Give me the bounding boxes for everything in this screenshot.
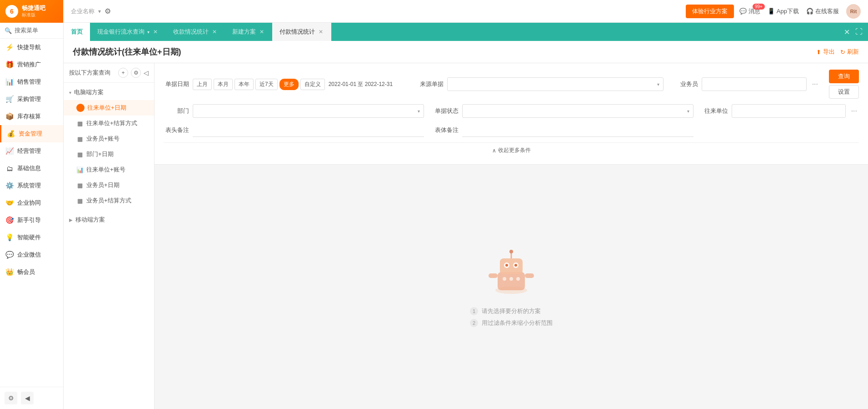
tab-payment-stats-close-icon[interactable]: ✕ bbox=[318, 28, 324, 36]
search-menu[interactable]: 🔍 搜索菜单 bbox=[0, 23, 63, 39]
app-download-label: App下载 bbox=[777, 7, 799, 15]
operations-icon: 📈 bbox=[5, 147, 14, 155]
tab-home[interactable]: 首页 bbox=[64, 23, 90, 41]
scheme-item-partner-settle[interactable]: ▦ 往来单位+结算方式 bbox=[64, 116, 154, 131]
sidebar-item-purchase[interactable]: 🛒 采购管理 bbox=[0, 91, 63, 108]
scheme-item-staff-account[interactable]: ▦ 业务员+账号 bbox=[64, 131, 154, 146]
desktop-group-label: 电脑端方案 bbox=[74, 88, 104, 96]
online-service-label: 在线客服 bbox=[815, 7, 839, 15]
query-button[interactable]: 查询 bbox=[829, 70, 859, 83]
tab-new-scheme-close-icon[interactable]: ✕ bbox=[259, 28, 265, 36]
staff-select[interactable] bbox=[702, 77, 807, 91]
try-industry-button[interactable]: 体验行业方案 bbox=[686, 5, 734, 18]
collapse-more-button[interactable]: ∧ 收起更多条件 bbox=[167, 146, 855, 154]
date-options: 上月 本月 本年 近7天 更多 自定义 2022-01-01 至 2022-12… bbox=[193, 79, 393, 90]
scheme-item-partner-date[interactable]: 往来单位+日期 bbox=[64, 100, 154, 116]
date-btn-more[interactable]: 更多 bbox=[279, 79, 299, 90]
partner-more-icon[interactable]: ··· bbox=[849, 107, 859, 115]
sidebar-item-corp-coop[interactable]: 🤝 企业协同 bbox=[0, 194, 63, 212]
scheme-table-icon: ▦ bbox=[76, 120, 84, 127]
sidebar-item-sales[interactable]: 📊 销售管理 bbox=[0, 73, 63, 91]
settings-scheme-button[interactable]: ⚙ bbox=[131, 68, 141, 78]
online-service-action[interactable]: 🎧 在线客服 bbox=[806, 7, 839, 15]
collapse-panel-button[interactable]: ◁ bbox=[144, 69, 149, 76]
message-action[interactable]: 💬 消息 99+ bbox=[739, 7, 760, 15]
tab-bank-flow-close-icon[interactable]: ✕ bbox=[152, 28, 159, 36]
svg-point-11 bbox=[503, 277, 506, 281]
sidebar-item-marketing[interactable]: 🎁 营销推广 bbox=[0, 56, 63, 73]
page-header-actions: ⬆ 导出 ↻ 刷新 bbox=[816, 48, 859, 56]
scheme-item-label: 往来单位+账号 bbox=[86, 166, 125, 174]
export-button[interactable]: ⬆ 导出 bbox=[816, 48, 835, 56]
date-btn-custom[interactable]: 自定义 bbox=[300, 79, 325, 90]
add-scheme-button[interactable]: + bbox=[118, 68, 128, 78]
message-icon: 💬 bbox=[739, 8, 747, 15]
sidebar-item-finance[interactable]: 💰 资金管理 bbox=[0, 125, 63, 142]
scheme-item-staff-date[interactable]: ▦ 业务员+日期 bbox=[64, 177, 154, 193]
tabbar-maximize-icon[interactable]: ⛶ bbox=[853, 26, 864, 38]
marketing-icon: 🎁 bbox=[5, 61, 14, 69]
tabbar-close-all-icon[interactable]: ✕ bbox=[842, 26, 852, 38]
user-avatar[interactable]: Rit bbox=[846, 4, 861, 19]
sidebar-item-quick-nav[interactable]: ⚡ 快捷导航 bbox=[0, 39, 63, 56]
voucher-status-select[interactable]: ▾ bbox=[462, 104, 693, 118]
topbar-gear-icon[interactable]: ⚙ bbox=[105, 7, 111, 15]
mobile-group-header[interactable]: ▶ 移动端方案 bbox=[64, 212, 154, 227]
date-label: 单据日期 bbox=[164, 80, 189, 88]
svg-rect-2 bbox=[500, 258, 523, 274]
app-download-action[interactable]: 📱 App下载 bbox=[768, 7, 799, 15]
sidebar-item-system[interactable]: ⚙️ 系统管理 bbox=[0, 177, 63, 194]
collapse-more-area: ∧ 收起更多条件 bbox=[164, 142, 859, 158]
dept-label: 部门 bbox=[164, 107, 189, 115]
staff-more-icon[interactable]: ··· bbox=[810, 80, 820, 88]
date-btn-this-year[interactable]: 本年 bbox=[234, 79, 254, 90]
date-btn-this-month[interactable]: 本月 bbox=[214, 79, 233, 90]
user-name: Rit bbox=[850, 9, 857, 14]
source-select[interactable]: ▾ bbox=[447, 77, 663, 91]
scheme-item-partner-account[interactable]: 📊 往来单位+账号 bbox=[64, 162, 154, 177]
sidebar-item-inventory[interactable]: 📦 库存核算 bbox=[0, 108, 63, 125]
tab-payment-stats[interactable]: 付款情况统计 ✕ bbox=[272, 23, 331, 41]
sidebar-item-corp-wechat[interactable]: 💬 企业微信 bbox=[0, 246, 63, 263]
tab-bank-flow[interactable]: 现金银行流水查询 ▾ ✕ bbox=[90, 23, 166, 41]
finance-icon: 💰 bbox=[7, 130, 15, 138]
desktop-group-header[interactable]: ▾ 电脑端方案 bbox=[64, 85, 154, 100]
purchase-icon: 🛒 bbox=[5, 95, 14, 103]
sidebar-settings-btn[interactable]: ⚙ bbox=[5, 392, 17, 404]
dept-select[interactable]: ▾ bbox=[193, 104, 424, 118]
filter-dept-item: 部门 ▾ bbox=[164, 104, 424, 118]
sidebar-logo-info: 畅捷通吧 标准版 bbox=[22, 5, 45, 18]
tab-new-scheme-label: 新建方案 bbox=[232, 28, 256, 36]
corp-coop-icon: 🤝 bbox=[5, 199, 14, 207]
partner-select[interactable] bbox=[732, 104, 846, 118]
refresh-button[interactable]: ↻ 刷新 bbox=[840, 48, 859, 56]
date-btn-last-month[interactable]: 上月 bbox=[193, 79, 212, 90]
tab-home-label: 首页 bbox=[71, 28, 83, 36]
date-btn-7days[interactable]: 近7天 bbox=[255, 79, 278, 90]
collapse-label: 收起更多条件 bbox=[498, 146, 531, 154]
tab-receipt-stats-close-icon[interactable]: ✕ bbox=[211, 28, 218, 36]
sidebar-item-smart-hw[interactable]: 💡 智能硬件 bbox=[0, 229, 63, 246]
page-title: 付款情况统计(往来单位+日期) bbox=[73, 46, 181, 57]
body-note-input[interactable] bbox=[462, 123, 693, 137]
content-area: 按以下方案查询 + ⚙ ◁ ▾ 电脑端方案 往来单位+日期 bbox=[64, 63, 868, 409]
empty-hint-2: 2 用过滤条件来缩小分析范围 bbox=[470, 319, 553, 327]
search-icon: 🔍 bbox=[5, 27, 12, 34]
sidebar-item-operations[interactable]: 📈 经营管理 bbox=[0, 142, 63, 160]
header-note-input[interactable] bbox=[193, 123, 424, 137]
filter-area: 单据日期 上月 本月 本年 近7天 更多 自定义 2022-01-01 至 20… bbox=[155, 63, 868, 165]
filter-row-2: 部门 ▾ 单据状态 ▾ bbox=[164, 104, 859, 118]
mobile-scheme-group: ▶ 移动端方案 bbox=[64, 210, 154, 229]
settings-button[interactable]: 设置 bbox=[829, 85, 859, 99]
sidebar-item-member[interactable]: 👑 畅会员 bbox=[0, 263, 63, 281]
sidebar-item-basic-info[interactable]: 🗂 基础信息 bbox=[0, 160, 63, 177]
scheme-item-dept-date[interactable]: ▦ 部门+日期 bbox=[64, 146, 154, 162]
tab-new-scheme[interactable]: 新建方案 ✕ bbox=[225, 23, 272, 41]
filter-source-item: 来源单据 ▾ bbox=[418, 77, 663, 91]
page-header: 付款情况统计(往来单位+日期) ⬆ 导出 ↻ 刷新 bbox=[64, 41, 868, 63]
tab-receipt-stats[interactable]: 收款情况统计 ✕ bbox=[166, 23, 225, 41]
sidebar-item-label: 库存核算 bbox=[17, 112, 41, 121]
sidebar-collapse-btn[interactable]: ◀ bbox=[21, 392, 34, 404]
sidebar-item-guide[interactable]: 🎯 新手引导 bbox=[0, 212, 63, 229]
scheme-item-staff-settle[interactable]: ▦ 业务员+结算方式 bbox=[64, 193, 154, 208]
